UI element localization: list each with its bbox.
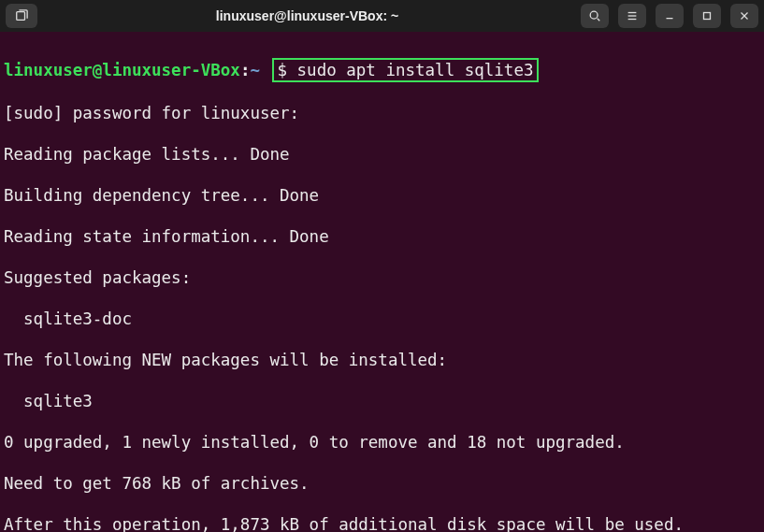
svg-rect-7	[704, 13, 711, 20]
output-line: Need to get 768 kB of archives.	[4, 473, 760, 494]
maximize-button[interactable]	[693, 4, 721, 28]
new-tab-button[interactable]	[6, 4, 37, 28]
prompt-line-1: linuxuser@linuxuser-VBox:~ $ sudo apt in…	[4, 58, 760, 82]
output-line: After this operation, 1,873 kB of additi…	[4, 514, 760, 532]
menu-button[interactable]	[618, 4, 646, 28]
svg-line-2	[598, 19, 600, 22]
prompt-user-host: linuxuser@linuxuser-VBox	[4, 61, 240, 79]
output-line: The following NEW packages will be insta…	[4, 350, 760, 370]
output-line: Building dependency tree... Done	[4, 185, 760, 206]
prompt-colon: :	[240, 61, 251, 79]
output-line: Reading package lists... Done	[4, 144, 760, 165]
output-line: Reading state information... Done	[4, 226, 760, 247]
output-line: Suggested packages:	[4, 267, 760, 288]
search-button[interactable]	[581, 4, 609, 28]
minimize-button[interactable]	[656, 4, 684, 28]
titlebar: linuxuser@linuxuser-VBox: ~	[0, 0, 764, 32]
close-button[interactable]	[730, 4, 758, 28]
output-line: sqlite3	[4, 391, 760, 411]
window-title: linuxuser@linuxuser-VBox: ~	[43, 8, 571, 23]
terminal-content[interactable]: linuxuser@linuxuser-VBox:~ $ sudo apt in…	[0, 32, 764, 532]
output-line: [sudo] password for linuxuser:	[4, 103, 760, 123]
svg-point-1	[590, 11, 598, 19]
svg-rect-0	[17, 12, 25, 21]
output-line: 0 upgraded, 1 newly installed, 0 to remo…	[4, 432, 760, 453]
command-highlight: $ sudo apt install sqlite3	[272, 58, 540, 82]
output-line: sqlite3-doc	[4, 309, 760, 329]
prompt-path: ~	[250, 61, 260, 79]
